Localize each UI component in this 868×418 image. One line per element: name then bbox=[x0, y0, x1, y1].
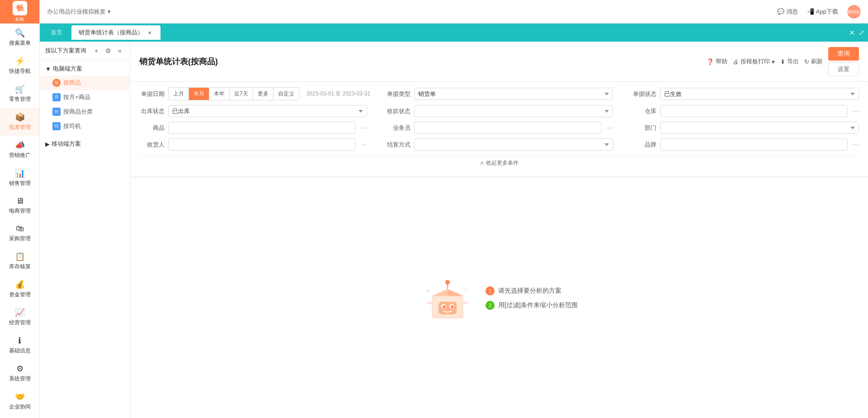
left-panel: 按以下方案查询 + ⚙ « ▼ 电脑端方案 按 按商品 月 按月 bbox=[40, 42, 130, 418]
filter-brand-label: 品牌 bbox=[631, 141, 656, 149]
export-icon: ⬇ bbox=[780, 58, 785, 65]
user-avatar[interactable]: demo2 bbox=[847, 5, 861, 19]
workspace-selector[interactable]: 办公用品行业模拟账套 ▾ bbox=[47, 8, 111, 16]
filter-department-label: 部门 bbox=[631, 124, 656, 132]
filter-payment-status-select[interactable] bbox=[414, 105, 613, 117]
query-button[interactable]: 查询 bbox=[828, 47, 859, 61]
sidebar: 畅 标账 🔍 搜索菜单 ⚡ 快捷导航 🛒 零售管理 📦 批发管理 📣 营销推广 … bbox=[0, 0, 40, 418]
filter-salesperson-label: 业务员 bbox=[385, 124, 410, 132]
help-button[interactable]: ❓ 帮助 bbox=[707, 57, 727, 66]
tab-close-window-icon[interactable]: ✕ bbox=[849, 28, 855, 37]
svg-text:✦: ✦ bbox=[459, 313, 462, 317]
inventory-icon: 📋 bbox=[15, 252, 25, 261]
tree-item-by-month-product[interactable]: 月 按月+商品 bbox=[40, 90, 130, 104]
sidebar-item-inventory[interactable]: 📋 库存核算 bbox=[0, 247, 40, 275]
sidebar-item-purchase[interactable]: 🛍 采购管理 bbox=[0, 219, 40, 247]
filter-recipient-label: 收货人 bbox=[139, 141, 165, 149]
empty-steps: 1 请先选择要分析的方案 2 用[过滤]条件来缩小分析范围 bbox=[486, 286, 578, 310]
date-tab-more[interactable]: 更多 bbox=[253, 88, 274, 100]
sidebar-item-system[interactable]: ⚙ 系统管理 bbox=[0, 359, 40, 387]
collapse-conditions-button[interactable]: ∧ 收起更多条件 bbox=[139, 155, 859, 171]
sales-icon: 📊 bbox=[15, 168, 25, 178]
svg-rect-11 bbox=[427, 302, 433, 304]
filter-warehouse-label: 仓库 bbox=[631, 107, 656, 115]
filter-doc-type-label: 单据类型 bbox=[385, 90, 410, 98]
filter-doc-type-field: 单据类型 销货单 bbox=[385, 88, 613, 100]
filter-salesperson-field: 业务员 ··· bbox=[385, 122, 613, 134]
sidebar-item-basics[interactable]: ℹ 基础信息 bbox=[0, 331, 40, 359]
date-tabs: 上月 本月 本年 近7天 更多 bbox=[168, 87, 299, 100]
coop-icon: 🤝 bbox=[15, 392, 25, 402]
finance-icon: 💰 bbox=[15, 280, 25, 290]
filter-salesperson-input[interactable] bbox=[414, 122, 602, 134]
add-scheme-button[interactable]: + bbox=[92, 46, 101, 55]
filter-warehouse-status-select[interactable]: 已出库 bbox=[168, 105, 367, 117]
filter-department-select[interactable] bbox=[660, 122, 859, 134]
sidebar-item-newbie[interactable]: 🎯 新手引导 bbox=[0, 415, 40, 418]
tree-desktop-group[interactable]: ▼ 电脑端方案 bbox=[40, 62, 130, 76]
filter-brand-input[interactable] bbox=[660, 138, 848, 151]
filter-row-4: 收货人 ··· 结算方式 品牌 ··· bbox=[139, 138, 859, 151]
filter-product-input[interactable] bbox=[168, 122, 356, 134]
sidebar-item-sales[interactable]: 📊 销售管理 bbox=[0, 164, 40, 192]
export-button[interactable]: ⬇ 导出 bbox=[780, 57, 799, 66]
filter-recipient-input[interactable] bbox=[168, 138, 356, 151]
filter-doc-status-select[interactable]: 已生效 bbox=[660, 88, 859, 100]
collapse-panel-button[interactable]: « bbox=[115, 46, 124, 55]
recipient-dots-icon[interactable]: ··· bbox=[361, 141, 367, 149]
empty-illustration: ✦ ✦ ✦ bbox=[420, 271, 475, 325]
tree-mobile-group[interactable]: ▶ 移动端方案 bbox=[40, 137, 130, 151]
template-print-button[interactable]: 🖨 按模板打印 ▾ bbox=[733, 57, 775, 66]
date-tab-custom[interactable]: 自定义 bbox=[274, 88, 299, 100]
tree-item-by-product[interactable]: 按 按商品 bbox=[40, 76, 130, 90]
filter-warehouse-field: 仓库 ··· bbox=[631, 105, 859, 117]
app-download-button[interactable]: 📲 App下载 bbox=[807, 8, 838, 16]
filter-settlement-select[interactable] bbox=[414, 138, 613, 151]
tree-item-by-machine[interactable]: 司 按司机 bbox=[40, 119, 130, 133]
date-tab-last-7[interactable]: 近7天 bbox=[230, 88, 253, 100]
marketing-icon: 📣 bbox=[15, 140, 25, 150]
tab-close-icon[interactable]: ✕ bbox=[146, 29, 153, 36]
print-icon: 🖨 bbox=[733, 58, 739, 65]
sidebar-item-finance[interactable]: 💰 资金管理 bbox=[0, 275, 40, 303]
settings-button[interactable]: 设置 bbox=[828, 62, 859, 76]
date-tab-this-year[interactable]: 本年 bbox=[209, 88, 230, 100]
svg-text:✦: ✦ bbox=[425, 288, 430, 295]
tab-home[interactable]: 首页 bbox=[43, 25, 70, 40]
tree-item-by-category[interactable]: 分 按商品分类 bbox=[40, 104, 130, 119]
warehouse-dots-icon[interactable]: ··· bbox=[853, 107, 859, 115]
filter-warehouse-status-field: 出库状态 已出库 bbox=[139, 105, 367, 117]
message-button[interactable]: 💬 消息 bbox=[777, 8, 798, 16]
tab-sales-stats[interactable]: 销货单统计表（按商品） ✕ bbox=[71, 25, 160, 40]
filter-product-label: 商品 bbox=[139, 124, 165, 132]
sidebar-item-search[interactable]: 🔍 搜索菜单 bbox=[0, 24, 40, 52]
svg-text:✦: ✦ bbox=[463, 287, 467, 292]
date-tab-last-month[interactable]: 上月 bbox=[169, 88, 189, 100]
sidebar-item-marketing[interactable]: 📣 营销推广 bbox=[0, 136, 40, 164]
settings-scheme-button[interactable]: ⚙ bbox=[104, 46, 113, 55]
sidebar-item-coop[interactable]: 🤝 企业协同 bbox=[0, 387, 40, 415]
filter-warehouse-input[interactable] bbox=[660, 105, 848, 117]
tab-expand-icon[interactable]: ⤢ bbox=[859, 28, 864, 37]
filter-doc-type-select[interactable]: 销货单 bbox=[414, 88, 613, 100]
brand-dots-icon[interactable]: ··· bbox=[853, 141, 859, 149]
salesperson-dots-icon[interactable]: ··· bbox=[607, 124, 613, 132]
sidebar-item-operations[interactable]: 📈 经营管理 bbox=[0, 303, 40, 331]
sidebar-item-shortcut[interactable]: ⚡ 快捷导航 bbox=[0, 52, 40, 80]
refresh-button[interactable]: ↻ 刷新 bbox=[804, 57, 823, 66]
tree-group-desktop: ▼ 电脑端方案 按 按商品 月 按月+商品 分 按商品分类 司 按司机 bbox=[40, 60, 130, 135]
sidebar-item-retail[interactable]: 🛒 零售管理 bbox=[0, 80, 40, 108]
right-panel: 销货单统计表(按商品) ❓ 帮助 🖨 按模板打印 ▾ ⬇ bbox=[130, 42, 868, 418]
filter-warehouse-status-label: 出库状态 bbox=[139, 107, 165, 115]
filter-doc-status-field: 单据状态 已生效 bbox=[631, 88, 859, 100]
date-tab-this-month[interactable]: 本月 bbox=[189, 88, 209, 100]
sidebar-item-wholesale[interactable]: 📦 批发管理 bbox=[0, 108, 40, 136]
filter-row-3: 商品 ··· 业务员 ··· 部门 bbox=[139, 122, 859, 134]
product-dots-icon[interactable]: ··· bbox=[361, 124, 367, 132]
tree-item-icon-by-month: 月 bbox=[52, 93, 61, 101]
tree-group-mobile: ▶ 移动端方案 bbox=[40, 135, 130, 152]
empty-state: ✦ ✦ ✦ 1 请先选择要分析的方案 2 用[过滤]条件来缩小分析范围 bbox=[130, 178, 868, 418]
sidebar-item-ecommerce[interactable]: 🖥 电商管理 bbox=[0, 192, 40, 219]
search-icon: 🔍 bbox=[15, 28, 25, 38]
tree-item-icon-by-category: 分 bbox=[52, 108, 61, 116]
